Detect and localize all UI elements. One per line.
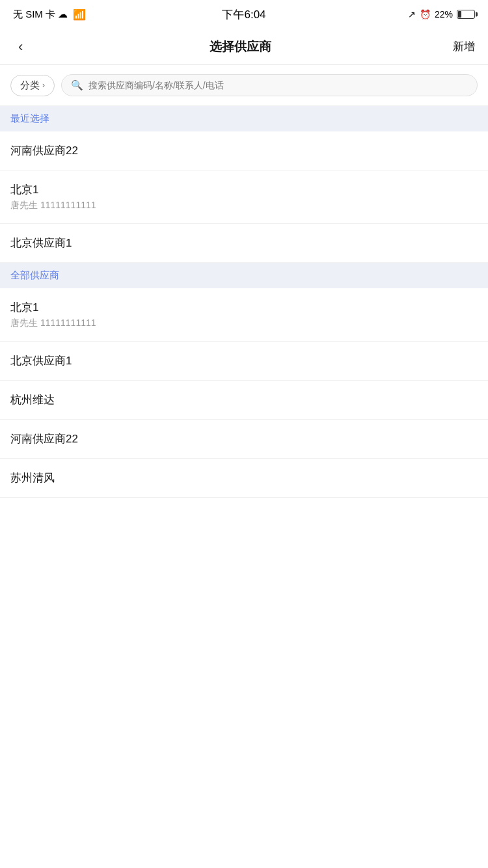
item-name: 北京供应商1 (10, 236, 478, 251)
status-time: 下午6:04 (222, 7, 265, 22)
item-name: 杭州维达 (10, 392, 478, 407)
all-list: 北京1唐先生 11111111111北京供应商1杭州维达河南供应商22苏州清风 (0, 288, 488, 498)
location-icon: ↗ (408, 9, 416, 20)
item-name: 苏州清风 (10, 470, 478, 485)
search-icon: 🔍 (71, 79, 83, 91)
battery-percent: 22% (435, 9, 453, 20)
alarm-icon: ⏰ (420, 9, 431, 20)
nav-bar: ‹ 选择供应商 新增 (0, 29, 488, 65)
list-item[interactable]: 北京供应商1 (0, 342, 488, 381)
search-input[interactable] (88, 80, 468, 90)
item-sub: 唐先生 11111111111 (10, 200, 478, 211)
item-name: 河南供应商22 (10, 143, 478, 158)
category-label: 分类 (20, 79, 40, 92)
chevron-right-icon: › (42, 81, 45, 90)
battery-icon (457, 10, 475, 19)
list-item[interactable]: 苏州清风 (0, 459, 488, 498)
battery-fill (458, 11, 461, 18)
wifi-icon: 📶 (73, 8, 86, 21)
page-title: 选择供应商 (210, 38, 271, 55)
status-right: ↗ ⏰ 22% (408, 9, 475, 20)
list-item[interactable]: 杭州维达 (0, 381, 488, 420)
all-section-label: 全部供应商 (10, 269, 59, 280)
list-item[interactable]: 北京1唐先生 11111111111 (0, 170, 488, 224)
filter-bar: 分类 › 🔍 (0, 65, 488, 106)
item-name: 北京1 (10, 182, 478, 197)
status-bar: 无 SIM 卡 ☁ 📶 下午6:04 ↗ ⏰ 22% (0, 0, 488, 29)
item-name: 北京1 (10, 300, 478, 315)
status-left: 无 SIM 卡 ☁ 📶 (13, 8, 86, 21)
list-item[interactable]: 北京供应商1 (0, 224, 488, 263)
list-item[interactable]: 河南供应商22 (0, 420, 488, 459)
all-section-header: 全部供应商 (0, 263, 488, 288)
item-name: 北京供应商1 (10, 353, 478, 368)
recent-section-header: 最近选择 (0, 106, 488, 131)
recent-section-label: 最近选择 (10, 113, 49, 124)
list-item[interactable]: 河南供应商22 (0, 131, 488, 170)
list-item[interactable]: 北京1唐先生 11111111111 (0, 288, 488, 342)
search-box[interactable]: 🔍 (61, 74, 478, 96)
item-sub: 唐先生 11111111111 (10, 318, 478, 329)
add-button[interactable]: 新增 (453, 39, 475, 54)
sim-status: 无 SIM 卡 ☁ (13, 8, 68, 21)
category-button[interactable]: 分类 › (10, 75, 55, 96)
item-name: 河南供应商22 (10, 431, 478, 446)
back-button[interactable]: ‹ (13, 33, 28, 61)
recent-list: 河南供应商22北京1唐先生 11111111111北京供应商1 (0, 131, 488, 263)
